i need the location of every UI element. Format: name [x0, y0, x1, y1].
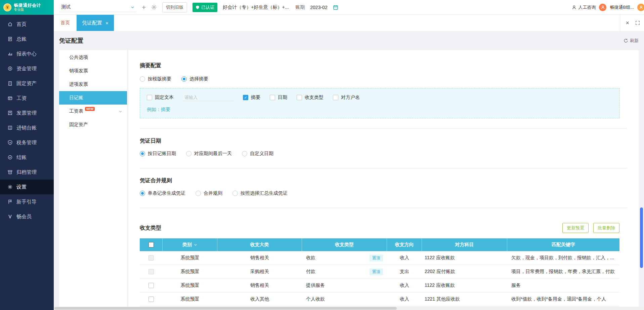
- home-icon: [7, 22, 13, 27]
- radio-select-summary[interactable]: 选择摘要: [181, 76, 208, 82]
- user-name[interactable]: 畅捷通B组...: [610, 4, 634, 10]
- refresh-icon: [624, 38, 628, 43]
- topbar: ¥ 畅捷通好会计 专业版 测试 + 切到旧版 已认证 好会计（专）+好生意（标）…: [0, 0, 644, 15]
- table-row[interactable]: 系统预置 销售相关 提供服务 收入 1122 应收账款 服务: [140, 279, 619, 293]
- sidebar-item-fixed-assets[interactable]: 固定资产: [0, 76, 54, 91]
- radio-circle: [232, 191, 238, 196]
- sidebar-item-guide[interactable]: 新手引导: [0, 194, 54, 209]
- config-menu: 公共选项 销项发票 进项发票 日记账 工资表 NEW 固定资产: [59, 50, 127, 310]
- table-row[interactable]: 系统预置 销售相关 收款 置顶 收入 1122 应收账款 欠款，现金，项目款，到…: [140, 251, 619, 265]
- sidebar-item-funds[interactable]: 资金管理: [0, 61, 54, 76]
- closing-icon: [7, 155, 13, 160]
- section-title-income-expense: 收支类型: [140, 225, 161, 232]
- menu-item-common-options[interactable]: 公共选项: [59, 51, 127, 64]
- sidebar-item-tax[interactable]: 税务管理: [0, 135, 54, 150]
- radio-single-record[interactable]: 单条记录生成凭证: [140, 190, 185, 196]
- chevron-down-icon: [131, 5, 134, 9]
- support-link[interactable]: 人工咨询: [572, 4, 596, 10]
- company-select-value: 测试: [61, 4, 71, 10]
- sidebar-item-salary[interactable]: 工资: [0, 91, 54, 106]
- products-text: 好会计（专）+好生意（标）+...: [223, 4, 289, 10]
- sidebar-item-general-ledger[interactable]: 总账: [0, 32, 54, 46]
- sidebar-item-closing[interactable]: 结账: [0, 150, 54, 165]
- sidebar-item-trade-ledger[interactable]: 进销台账: [0, 120, 54, 135]
- row-checkbox[interactable]: [148, 255, 154, 261]
- section-title-summary: 摘要配置: [140, 62, 627, 69]
- sidebar-item-home[interactable]: 首页: [0, 17, 54, 32]
- user-avatar[interactable]: [599, 4, 606, 11]
- checkbox-box: [147, 95, 152, 100]
- radio-merge-rule[interactable]: 合并规则: [196, 190, 222, 196]
- general-ledger-icon: [7, 36, 13, 42]
- menu-item-journal[interactable]: 日记账: [59, 91, 127, 105]
- horizontal-scrollbar[interactable]: [54, 307, 644, 310]
- invoice-icon: [7, 110, 13, 116]
- update-preset-button[interactable]: 更新预置: [562, 223, 589, 233]
- column-header-category[interactable]: 类别: [163, 238, 217, 251]
- radio-circle: [140, 151, 145, 156]
- switch-old-version-button[interactable]: 切到旧版: [162, 2, 187, 12]
- batch-delete-button[interactable]: 批量删除: [593, 223, 619, 233]
- tab-voucher-config[interactable]: 凭证配置 ×: [77, 15, 114, 31]
- member-icon: [7, 214, 13, 219]
- fixed-text-input[interactable]: [183, 94, 233, 101]
- radio-summarize-selected[interactable]: 按照选择汇总生成凭证: [232, 190, 288, 196]
- horizontal-scrollbar-thumb[interactable]: [54, 307, 397, 310]
- menu-item-salary-sheet[interactable]: 工资表 NEW: [59, 105, 127, 118]
- menu-item-fixed-assets[interactable]: 固定资产: [59, 118, 127, 131]
- checkbox-summary[interactable]: 摘要: [243, 94, 260, 101]
- column-header-account: 对方科目: [422, 238, 507, 251]
- main-content: 凭证配置 刷新 公共选项 销项发票 进项发票 日记账 工资表 NEW 固定资产 …: [54, 31, 644, 310]
- app-title: 畅捷通好会计: [14, 3, 41, 8]
- gear-icon[interactable]: [151, 4, 157, 10]
- checkbox-counterparty-name[interactable]: 对方户名: [333, 94, 360, 101]
- chevron-down-icon[interactable]: [119, 110, 122, 113]
- select-all-checkbox[interactable]: [148, 242, 154, 247]
- sidebar-item-member[interactable]: 畅会员: [0, 209, 54, 224]
- income-expense-table: 类别 收支大类 收支类型 收支方向 对方科目 匹配关键字 系统预置 销售相关 收…: [140, 238, 619, 310]
- config-panel: 摘要配置 按模版摘要 选择摘要 固定文本: [128, 50, 639, 310]
- sidebar-item-settings[interactable]: 设置: [0, 180, 54, 194]
- row-checkbox[interactable]: [148, 269, 154, 274]
- period-value[interactable]: 2023-02: [310, 5, 327, 10]
- trade-ledger-icon: [7, 125, 13, 130]
- row-checkbox[interactable]: [148, 283, 154, 288]
- certified-badge: 已认证: [192, 3, 217, 12]
- column-header-direction: 收支方向: [387, 238, 422, 251]
- edge-avatar-icon[interactable]: [637, 4, 644, 11]
- divider: [140, 128, 627, 129]
- checkbox-income-expense-type[interactable]: 收支类型: [297, 94, 324, 101]
- table-row[interactable]: 系统预置 收入其他 个人收款 收入 1221 其他应收款 收到*借款，收到*备用…: [140, 293, 619, 306]
- close-all-tabs-icon[interactable]: ×: [626, 20, 629, 26]
- tab-home[interactable]: 首页: [60, 20, 70, 26]
- app-edition: 专业版: [14, 8, 41, 12]
- refresh-button[interactable]: 刷新: [624, 38, 639, 44]
- checkbox-date[interactable]: 日期: [270, 94, 287, 101]
- menu-item-purchase-invoice[interactable]: 进项发票: [59, 78, 127, 91]
- table-row[interactable]: 系统预置 采购相关 付款 置顶 支出 2202 应付账款 项目，日常费用，报销款…: [140, 265, 619, 279]
- company-select[interactable]: 测试: [59, 2, 136, 12]
- radio-journal-date[interactable]: 按日记账日期: [140, 151, 176, 157]
- logo-coin-icon: ¥: [3, 3, 11, 11]
- vertical-scrollbar-thumb[interactable]: [640, 207, 643, 268]
- fullscreen-icon[interactable]: [635, 21, 640, 25]
- section-title-merge-rule: 凭证合并规则: [140, 177, 627, 184]
- app-logo: ¥ 畅捷通好会计 专业版: [0, 0, 54, 15]
- divider: [140, 168, 627, 168]
- report-center-icon: [7, 51, 13, 56]
- radio-custom-date[interactable]: 自定义日期: [242, 151, 273, 157]
- sidebar-item-invoice[interactable]: 发票管理: [0, 106, 54, 120]
- add-account-set-icon[interactable]: +: [142, 4, 146, 11]
- pinned-badge: 置顶: [370, 255, 383, 262]
- sidebar-item-archive[interactable]: 归档管理: [0, 165, 54, 180]
- checkbox-box: [243, 95, 248, 100]
- row-checkbox[interactable]: [148, 297, 154, 302]
- calendar-icon[interactable]: [333, 5, 338, 10]
- checkbox-fixed-text[interactable]: 固定文本: [147, 94, 174, 101]
- sidebar-item-report-center[interactable]: 报表中心: [0, 46, 54, 61]
- tab-close-icon[interactable]: ×: [105, 21, 109, 26]
- menu-item-sales-invoice[interactable]: 销项发票: [59, 64, 127, 78]
- checkbox-box: [333, 95, 338, 100]
- radio-period-last-day[interactable]: 对应期间最后一天: [186, 151, 232, 157]
- radio-template-summary[interactable]: 按模版摘要: [140, 76, 171, 82]
